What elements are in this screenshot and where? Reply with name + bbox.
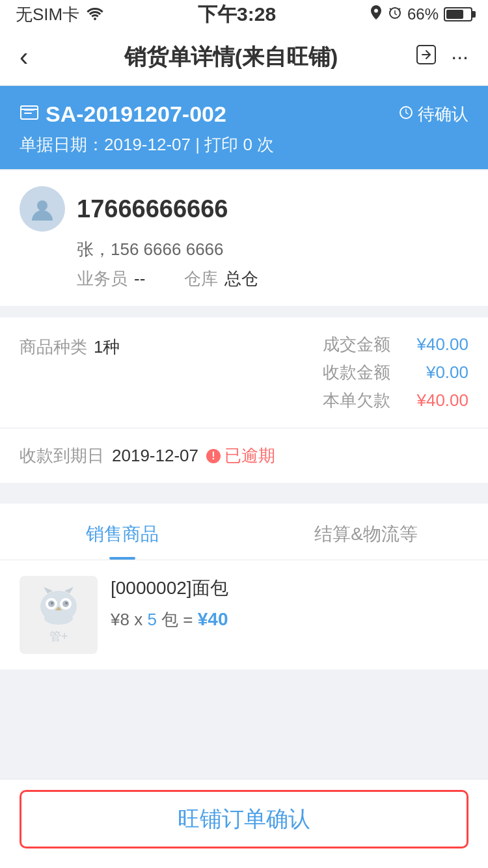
customer-meta: 业务员 -- 仓库 总仓 <box>77 267 468 290</box>
order-date-row: 单据日期：2019-12-07 | 打印 0 次 <box>20 133 468 156</box>
status-text: 待确认 <box>418 103 468 126</box>
order-header-top: SA-20191207-002 待确认 <box>20 102 468 127</box>
status-bar-left: 无SIM卡 <box>16 3 104 26</box>
transaction-amount: 成交金额 ¥40.00 <box>323 333 468 356</box>
owed-value: ¥40.00 <box>403 390 468 411</box>
owl-icon <box>36 586 81 631</box>
logo-plus: 管+ <box>49 629 68 644</box>
product-name: [0000002]面包 <box>111 576 468 601</box>
overdue-badge: ! 已逾期 <box>206 444 275 467</box>
multiply-sign: x <box>134 610 147 629</box>
battery-percentage: 66% <box>407 5 439 23</box>
battery-icon <box>444 7 472 21</box>
page-title: 销货单详情(来自旺铺) <box>59 42 403 72</box>
order-date: 2019-12-07 <box>104 135 191 154</box>
order-id-row: SA-20191207-002 <box>20 102 226 127</box>
svg-point-13 <box>65 602 68 604</box>
received-value: ¥0.00 <box>403 362 468 383</box>
location-icon <box>370 5 383 23</box>
back-button[interactable]: ‹ <box>20 42 59 72</box>
sales-meta: 业务员 -- <box>77 267 145 290</box>
product-kinds: 商品种类 1种 <box>20 333 120 359</box>
alarm-icon <box>388 5 402 23</box>
tab-sales-products[interactable]: 销售商品 <box>0 504 244 560</box>
customer-phone: 17666666666 <box>77 195 228 223</box>
overdue-icon: ! <box>206 449 221 463</box>
tabs-section: 销售商品 结算&物流等 <box>0 504 488 560</box>
owed-amount: 本单欠款 ¥40.00 <box>323 389 468 412</box>
bottom-spacer <box>0 680 488 758</box>
received-label: 收款金额 <box>323 361 390 384</box>
order-icon <box>20 102 39 126</box>
product-section: 管+ [0000002]面包 ¥8 x 5 包 = ¥40 <box>0 560 488 670</box>
order-status: 待确认 <box>398 103 468 126</box>
amounts-row: 商品种类 1种 成交金额 ¥40.00 收款金额 ¥0.00 本单欠款 ¥40.… <box>20 333 468 412</box>
product-price-row: ¥8 x 5 包 = ¥40 <box>111 608 468 631</box>
warehouse-meta: 仓库 总仓 <box>184 267 258 290</box>
order-header-card: SA-20191207-002 待确认 单据日期：2019-12-07 | 打印… <box>0 86 488 169</box>
svg-point-12 <box>51 602 53 604</box>
product-kinds-label: 商品种类 <box>20 336 87 359</box>
share-icon[interactable] <box>414 43 438 72</box>
status-bar-right: 66% <box>370 5 472 23</box>
customer-avatar <box>20 186 65 232</box>
product-info: [0000002]面包 ¥8 x 5 包 = ¥40 <box>111 576 468 631</box>
product-unit: 包 <box>161 610 178 629</box>
divider-2 <box>0 493 488 504</box>
more-options-icon[interactable]: ··· <box>451 45 468 69</box>
received-amount: 收款金额 ¥0.00 <box>323 361 468 384</box>
wifi-icon <box>86 5 104 25</box>
customer-name: 张，156 6666 6666 <box>77 238 468 261</box>
nav-bar: ‹ 销货单详情(来自旺铺) ··· <box>0 29 488 86</box>
amounts-section: 商品种类 1种 成交金额 ¥40.00 收款金额 ¥0.00 本单欠款 ¥40.… <box>0 318 488 427</box>
tab-sales-label: 销售商品 <box>86 524 159 544</box>
warehouse-label: 仓库 <box>184 267 218 290</box>
divider-1 <box>0 307 488 318</box>
owed-label: 本单欠款 <box>323 389 390 412</box>
transaction-value: ¥40.00 <box>403 334 468 355</box>
customer-row: 17666666666 <box>20 186 468 232</box>
transaction-label: 成交金额 <box>323 333 390 356</box>
due-date-section: 收款到期日 2019-12-07 ! 已逾期 <box>0 429 488 483</box>
amounts-right: 成交金额 ¥40.00 收款金额 ¥0.00 本单欠款 ¥40.00 <box>323 333 468 412</box>
carrier-text: 无SIM卡 <box>16 3 79 26</box>
due-date-value: 2019-12-07 <box>112 446 198 466</box>
customer-section: 17666666666 张，156 6666 6666 业务员 -- 仓库 总仓 <box>0 170 488 306</box>
nav-actions: ··· <box>403 43 468 72</box>
status-bar-time: 下午3:28 <box>198 1 276 28</box>
product-kinds-value: 1种 <box>94 336 120 359</box>
tab-settlement-label: 结算&物流等 <box>314 524 418 544</box>
tab-settlement[interactable]: 结算&物流等 <box>244 504 488 560</box>
svg-point-4 <box>37 200 47 211</box>
warehouse-value: 总仓 <box>224 267 258 290</box>
product-thumbnail: 管+ <box>20 576 98 654</box>
product-logo: 管+ <box>20 576 98 654</box>
overdue-text: 已逾期 <box>224 444 275 467</box>
date-label: 单据日期： <box>20 135 104 154</box>
status-bar: 无SIM卡 下午3:28 66% <box>0 0 488 29</box>
due-label: 收款到期日 <box>20 444 104 467</box>
clock-icon <box>398 105 414 124</box>
product-total: ¥40 <box>198 609 228 629</box>
svg-point-15 <box>44 612 73 625</box>
confirm-order-button[interactable]: 旺铺订单确认 <box>20 790 468 848</box>
sales-label: 业务员 <box>77 267 128 290</box>
print-info: | 打印 0 次 <box>191 135 274 154</box>
order-id: SA-20191207-002 <box>46 102 226 127</box>
sales-value: -- <box>134 269 145 289</box>
equals-sign: = <box>183 610 197 629</box>
product-quantity: 5 <box>147 610 156 629</box>
product-price: ¥8 <box>111 610 129 629</box>
bottom-bar: 旺铺订单确认 <box>0 779 488 868</box>
